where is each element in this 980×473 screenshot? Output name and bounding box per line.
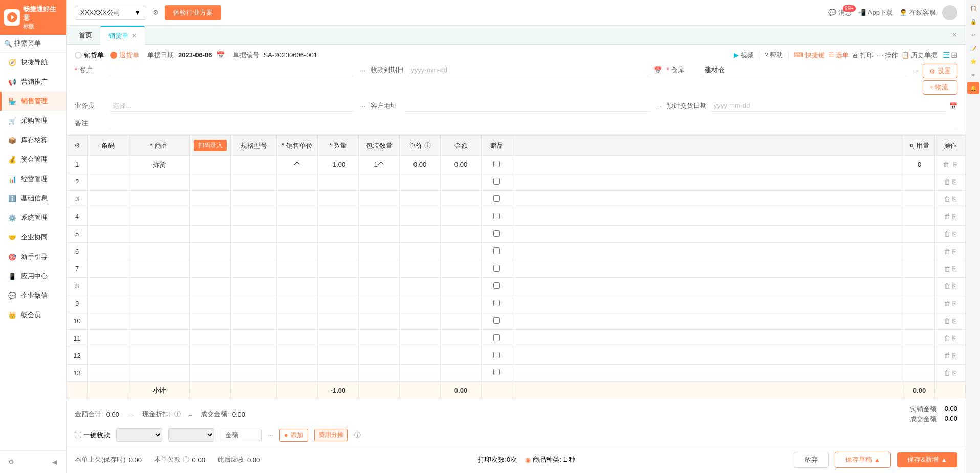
copy-btn-7[interactable]: ⎘ bbox=[952, 265, 956, 273]
salesperson-more-btn[interactable]: ··· bbox=[360, 102, 365, 110]
gift-checkbox-13[interactable] bbox=[493, 369, 500, 375]
add-payment-btn[interactable]: ● 添加 bbox=[279, 429, 308, 442]
payment-date-calendar-icon[interactable]: 📅 bbox=[654, 66, 662, 74]
save-new-btn[interactable]: 保存&新增 ▲ bbox=[897, 452, 957, 467]
user-avatar[interactable] bbox=[942, 5, 957, 20]
gift-checkbox-12[interactable] bbox=[493, 352, 500, 358]
one-click-payment-checkbox[interactable]: 一键收款 bbox=[75, 431, 110, 440]
sidebar-item-wechat[interactable]: 💬 企业微信 bbox=[0, 286, 66, 305]
copy-btn-4[interactable]: ⎘ bbox=[952, 213, 956, 220]
row-remark-1[interactable] bbox=[512, 156, 904, 173]
header-gear-btn[interactable]: ⚙ bbox=[153, 9, 159, 16]
collapse-btn[interactable]: ◀ bbox=[48, 455, 62, 469]
delete-btn-4[interactable]: 🗑 bbox=[944, 213, 950, 220]
delete-btn-13[interactable]: 🗑 bbox=[944, 369, 950, 377]
delete-btn-5[interactable]: 🗑 bbox=[944, 230, 950, 238]
row-gift-1[interactable] bbox=[482, 156, 512, 173]
col-settings[interactable]: ⚙ bbox=[67, 136, 88, 156]
salesperson-input[interactable] bbox=[110, 100, 354, 112]
scan-button[interactable]: 扫码录入 bbox=[194, 140, 227, 151]
customer-addr-input[interactable] bbox=[405, 100, 649, 112]
sidebar-item-basicinfo[interactable]: ℹ️ 基础信息 bbox=[0, 189, 66, 208]
sidebar-item-system[interactable]: ⚙️ 系统管理 bbox=[0, 208, 66, 228]
sidebar-item-nav[interactable]: 🧭 快捷导航 bbox=[0, 53, 66, 72]
message-btn[interactable]: 💬 消息 99+ bbox=[828, 8, 852, 17]
payment-date-input[interactable] bbox=[408, 64, 649, 76]
tab-close-icon[interactable]: ✕ bbox=[132, 32, 137, 39]
row-spec-1[interactable] bbox=[231, 156, 277, 173]
warehouse-more-btn[interactable]: ··· bbox=[913, 66, 919, 74]
payment-more-btn[interactable]: ··· bbox=[268, 431, 273, 439]
radio-return[interactable]: 退货单 bbox=[110, 51, 139, 60]
row-price-1[interactable]: 0.00 bbox=[400, 156, 441, 173]
delete-btn-12[interactable]: 🗑 bbox=[944, 352, 950, 359]
app-download-btn[interactable]: 📲 App下载 bbox=[858, 8, 893, 17]
right-panel-btn-4[interactable]: 📝 bbox=[967, 42, 979, 54]
trial-btn[interactable]: 体验行业方案 bbox=[165, 5, 221, 20]
copy-btn-3[interactable]: ⎘ bbox=[952, 195, 956, 203]
right-panel-btn-7[interactable]: 🔔 bbox=[967, 82, 979, 94]
video-btn[interactable]: ▶ 视频 bbox=[734, 51, 754, 60]
copy-btn-9[interactable]: ⎘ bbox=[952, 300, 956, 307]
discount-info-icon[interactable]: ⓘ bbox=[174, 410, 181, 419]
price-info-icon[interactable]: ⓘ bbox=[424, 142, 431, 149]
delete-btn-10[interactable]: 🗑 bbox=[944, 317, 950, 325]
gift-checkbox-8[interactable] bbox=[493, 282, 500, 289]
grid-view-btn[interactable]: ⊞ bbox=[951, 50, 957, 60]
copy-btn-2[interactable]: ⎘ bbox=[952, 178, 956, 186]
tab-close-all-btn[interactable]: ✕ bbox=[948, 29, 962, 41]
sidebar-item-operation[interactable]: 📊 经营管理 bbox=[0, 169, 66, 189]
copy-btn-11[interactable]: ⎘ bbox=[952, 334, 956, 342]
addr-more-btn[interactable]: ··· bbox=[656, 102, 662, 110]
list-view-btn[interactable]: ☰ bbox=[943, 50, 950, 60]
sidebar-item-vip[interactable]: 👑 畅会员 bbox=[0, 305, 66, 325]
payment-method-select[interactable] bbox=[116, 428, 162, 442]
gift-checkbox-4[interactable] bbox=[493, 213, 500, 219]
logistics-btn[interactable]: + 物流 bbox=[923, 80, 957, 95]
delete-btn-2[interactable]: 🗑 bbox=[944, 178, 950, 186]
delivery-calendar-icon[interactable]: 📅 bbox=[949, 102, 957, 110]
settings-bottom-btn[interactable]: ⚙ bbox=[4, 455, 18, 469]
row-product-1[interactable]: 拆货 bbox=[128, 156, 190, 173]
copy-btn-6[interactable]: ⎘ bbox=[952, 247, 956, 255]
sidebar-item-inventory[interactable]: 📦 库存核算 bbox=[0, 130, 66, 150]
right-panel-btn-6[interactable]: ✏ bbox=[967, 69, 979, 81]
right-panel-btn-1[interactable]: 📋 bbox=[967, 2, 979, 14]
one-click-checkbox[interactable] bbox=[75, 432, 81, 438]
online-service-btn[interactable]: 👨‍💼 在线客服 bbox=[899, 8, 936, 17]
operation-btn[interactable]: ⋯ 操作 bbox=[877, 51, 898, 60]
sidebar-item-finance[interactable]: 💰 资金管理 bbox=[0, 150, 66, 169]
row-barcode-1[interactable] bbox=[88, 156, 128, 173]
delete-btn-11[interactable]: 🗑 bbox=[944, 334, 950, 342]
account-select[interactable] bbox=[168, 428, 214, 442]
copy-btn-13[interactable]: ⎘ bbox=[952, 369, 956, 377]
delivery-date-input[interactable] bbox=[711, 100, 945, 112]
customer-more-btn[interactable]: ··· bbox=[360, 66, 365, 74]
copy-btn-5[interactable]: ⎘ bbox=[952, 230, 956, 238]
sidebar-item-collab[interactable]: 🤝 企业协同 bbox=[0, 228, 66, 247]
gift-checkbox-11[interactable] bbox=[493, 334, 500, 341]
sidebar-item-marketing[interactable]: 📢 营销推广 bbox=[0, 72, 66, 92]
warehouse-input[interactable] bbox=[702, 64, 907, 76]
discard-btn[interactable]: 放弃 bbox=[794, 452, 829, 468]
delete-btn-6[interactable]: 🗑 bbox=[944, 247, 950, 255]
gift-checkbox-6[interactable] bbox=[493, 247, 500, 254]
amount-input[interactable] bbox=[221, 429, 262, 441]
right-panel-btn-5[interactable]: ⭐ bbox=[967, 55, 979, 67]
delete-btn-1[interactable]: 🗑 bbox=[943, 161, 949, 168]
right-panel-btn-3[interactable]: ↩ bbox=[967, 29, 979, 41]
delete-btn-7[interactable]: 🗑 bbox=[944, 265, 950, 273]
right-panel-btn-2[interactable]: 🔒 bbox=[967, 15, 979, 28]
radio-sale[interactable]: 销货单 bbox=[75, 51, 104, 60]
calendar-icon[interactable]: 📅 bbox=[216, 51, 225, 59]
print-btn[interactable]: 🖨 打印 bbox=[852, 51, 874, 60]
row-unit-1[interactable]: 个 bbox=[277, 156, 318, 173]
sidebar-item-guide[interactable]: 🎯 新手引导 bbox=[0, 247, 66, 266]
gift-checkbox-1[interactable] bbox=[493, 161, 500, 167]
notes-input[interactable] bbox=[110, 117, 957, 129]
copy-btn-8[interactable]: ⎘ bbox=[952, 282, 956, 290]
expense-info-icon[interactable]: ⓘ bbox=[354, 431, 361, 440]
delete-btn-3[interactable]: 🗑 bbox=[944, 195, 950, 203]
company-selector[interactable]: XXXXXX公司 ▼ bbox=[75, 6, 146, 20]
gift-checkbox-2[interactable] bbox=[493, 178, 500, 185]
